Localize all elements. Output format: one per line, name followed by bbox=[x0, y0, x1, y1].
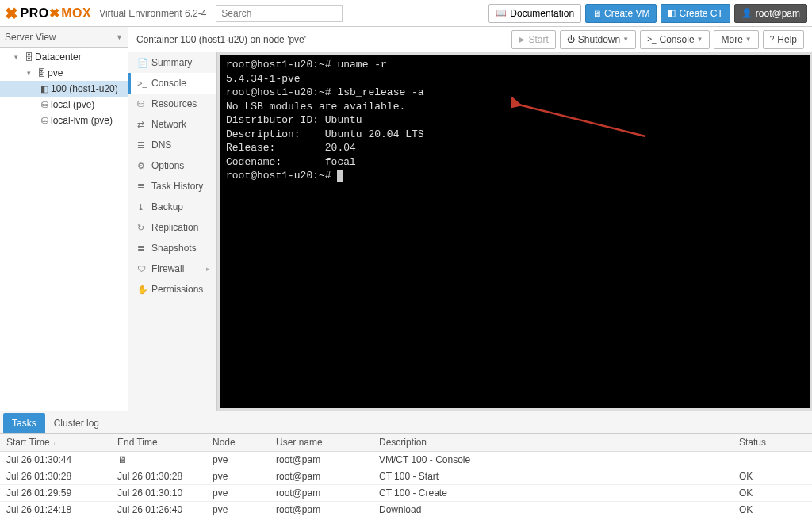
menu-label: DNS bbox=[151, 140, 171, 151]
sidemenu-item-resources[interactable]: ⛁Resources bbox=[128, 94, 216, 114]
cell-desc: VM/CT 100 - Console bbox=[373, 452, 733, 468]
running-icon: 🖥 bbox=[117, 454, 127, 465]
create-vm-button[interactable]: 🖥Create VM bbox=[585, 4, 657, 23]
view-label: Server View bbox=[5, 32, 56, 43]
console-wrap: root@host1-u20:~# uname -r 5.4.34-1-pve … bbox=[217, 52, 812, 411]
start-label: Start bbox=[528, 34, 548, 45]
logo: ✖ PRO✖MOX bbox=[5, 4, 91, 23]
sidemenu-item-snapshots[interactable]: ≣Snapshots bbox=[128, 238, 216, 258]
table-row[interactable]: Jul 26 01:29:59Jul 26 01:30:10pveroot@pa… bbox=[0, 485, 812, 502]
sidemenu-item-network[interactable]: ⇄Network bbox=[128, 114, 216, 135]
tree-storage-local-lvm[interactable]: ⛁local-lvm (pve) bbox=[0, 113, 128, 128]
logo-pro: PRO bbox=[21, 6, 49, 21]
sidemenu-item-summary[interactable]: 📄Summary bbox=[128, 52, 216, 73]
menu-icon: ≣ bbox=[137, 243, 151, 254]
cell-node: pve bbox=[206, 502, 270, 518]
sidemenu-item-backup[interactable]: ⤓Backup bbox=[128, 197, 216, 217]
menu-label: Console bbox=[151, 78, 186, 89]
menu-icon: 📄 bbox=[137, 58, 151, 68]
col-start-time[interactable]: Start Time ↓ bbox=[0, 434, 111, 452]
cell-end: Jul 26 01:30:28 bbox=[111, 468, 206, 485]
cell-status: OK bbox=[733, 468, 812, 485]
tree-node-pve[interactable]: ▾🗄pve bbox=[0, 65, 128, 81]
shutdown-button[interactable]: ⏻Shutdown▼ bbox=[560, 30, 636, 49]
side-menu: 📄Summary>_Console⛁Resources⇄Network☰DNS⚙… bbox=[128, 52, 217, 411]
table-row[interactable]: Jul 26 01:30:44🖥pveroot@pamVM/CT 100 - C… bbox=[0, 452, 812, 468]
tab-cluster-log[interactable]: Cluster log bbox=[45, 413, 108, 433]
menu-icon: ⛁ bbox=[137, 99, 151, 109]
create-vm-label: Create VM bbox=[604, 8, 649, 19]
cell-user: root@pam bbox=[270, 468, 373, 485]
sidemenu-item-task-history[interactable]: ≣Task History bbox=[128, 176, 216, 197]
sidemenu-item-console[interactable]: >_Console bbox=[128, 73, 216, 94]
help-label: Help bbox=[777, 34, 797, 45]
log-panel: Tasks Cluster log Start Time ↓ End Time … bbox=[0, 411, 812, 520]
play-icon: ▶ bbox=[519, 35, 525, 44]
cell-node: pve bbox=[206, 485, 270, 502]
tree-ct-100[interactable]: ◧100 (host1-u20) bbox=[0, 81, 128, 97]
monitor-icon: 🖥 bbox=[592, 9, 601, 18]
task-grid: Start Time ↓ End Time Node User name Des… bbox=[0, 434, 812, 520]
user-button[interactable]: 👤root@pam bbox=[734, 4, 807, 23]
more-button[interactable]: More▼ bbox=[714, 30, 758, 49]
storage-icon: ⛁ bbox=[38, 116, 51, 126]
sidemenu-item-replication[interactable]: ↻Replication bbox=[128, 217, 216, 238]
terminal-icon: >_ bbox=[647, 35, 656, 44]
cell-node: pve bbox=[206, 468, 270, 485]
cell-user: root@pam bbox=[270, 452, 373, 468]
menu-icon: ⇄ bbox=[137, 120, 151, 130]
content-header: Container 100 (host1-u20) on node 'pve' … bbox=[128, 27, 812, 52]
menu-label: Firewall bbox=[151, 263, 184, 274]
power-icon: ⏻ bbox=[567, 35, 575, 44]
console-terminal[interactable]: root@host1-u20:~# uname -r 5.4.34-1-pve … bbox=[220, 55, 810, 408]
cell-user: root@pam bbox=[270, 502, 373, 518]
col-end-time[interactable]: End Time bbox=[111, 434, 206, 452]
table-row[interactable]: Jul 26 01:30:28Jul 26 01:30:28pveroot@pa… bbox=[0, 468, 812, 485]
start-button[interactable]: ▶Start bbox=[511, 30, 555, 49]
center-panel: Container 100 (host1-u20) on node 'pve' … bbox=[128, 27, 812, 411]
menu-label: Permissions bbox=[151, 284, 203, 295]
doc-label: Documentation bbox=[510, 8, 574, 19]
table-row[interactable]: Jul 26 01:24:18Jul 26 01:26:40pveroot@pa… bbox=[0, 502, 812, 518]
task-table: Start Time ↓ End Time Node User name Des… bbox=[0, 434, 812, 520]
tree-datacenter[interactable]: ▾🗄Datacenter bbox=[0, 49, 128, 65]
documentation-button[interactable]: 📖Documentation bbox=[488, 4, 581, 23]
col-node[interactable]: Node bbox=[206, 434, 270, 452]
sidemenu-item-options[interactable]: ⚙Options bbox=[128, 155, 216, 176]
view-selector[interactable]: Server View ▼ bbox=[0, 27, 128, 48]
menu-icon: 🛡 bbox=[137, 264, 151, 273]
user-label: root@pam bbox=[756, 8, 800, 19]
menu-icon: >_ bbox=[137, 78, 151, 88]
sidemenu-item-dns[interactable]: ☰DNS bbox=[128, 135, 216, 155]
search-input[interactable] bbox=[216, 5, 343, 22]
top-bar: ✖ PRO✖MOX Virtual Environment 6.2-4 📖Doc… bbox=[0, 0, 812, 27]
content-title: Container 100 (host1-u20) on node 'pve' bbox=[136, 34, 306, 45]
tab-tasks[interactable]: Tasks bbox=[3, 413, 45, 433]
tree-label: pve bbox=[48, 67, 63, 78]
container-icon: ◧ bbox=[38, 84, 51, 94]
cell-start: Jul 26 01:29:59 bbox=[0, 485, 111, 502]
tree-storage-local[interactable]: ⛁local (pve) bbox=[0, 97, 128, 113]
col-description[interactable]: Description bbox=[373, 434, 733, 452]
node-icon: 🗄 bbox=[35, 68, 48, 78]
create-ct-label: Create CT bbox=[679, 8, 722, 19]
menu-label: Summary bbox=[151, 57, 192, 68]
search-wrap bbox=[216, 5, 343, 22]
cell-end: Jul 26 01:30:10 bbox=[111, 485, 206, 502]
sidemenu-item-permissions[interactable]: ✋Permissions bbox=[128, 279, 216, 300]
menu-icon: ✋ bbox=[137, 285, 151, 295]
console-button[interactable]: >_Console▼ bbox=[640, 30, 710, 49]
cell-status: OK bbox=[733, 485, 812, 502]
create-ct-button[interactable]: ◧Create CT bbox=[661, 4, 730, 23]
action-bar: ▶Start ⏻Shutdown▼ >_Console▼ More▼ ?Help bbox=[511, 30, 804, 49]
cell-desc: CT 100 - Create bbox=[373, 485, 733, 502]
chevron-down-icon: ▼ bbox=[745, 36, 752, 43]
cell-desc: Download bbox=[373, 502, 733, 518]
col-user[interactable]: User name bbox=[270, 434, 373, 452]
help-button[interactable]: ?Help bbox=[763, 30, 804, 49]
sidemenu-item-firewall[interactable]: 🛡Firewall▸ bbox=[128, 258, 216, 279]
menu-label: Snapshots bbox=[151, 243, 197, 254]
logo-sep-icon: ✖ bbox=[49, 6, 60, 21]
col-status[interactable]: Status bbox=[733, 434, 812, 452]
server-icon: 🗄 bbox=[22, 52, 35, 62]
